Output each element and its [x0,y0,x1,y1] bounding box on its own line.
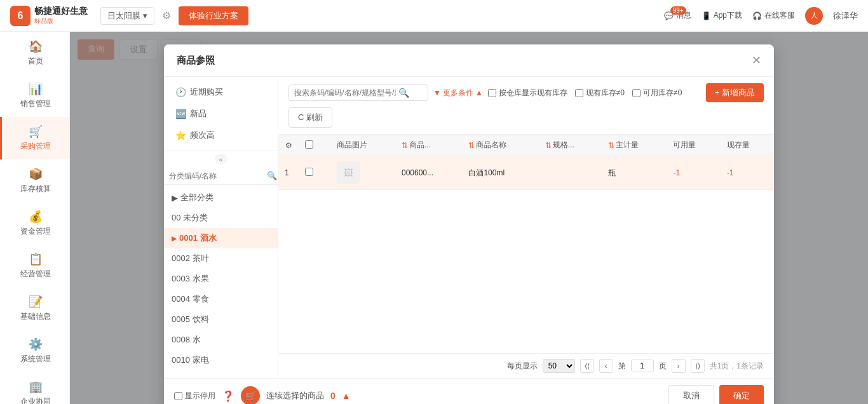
left-tab-frequent[interactable]: ⭐ 频次高 [169,125,273,145]
search-button[interactable]: 🔍 [398,88,409,98]
sort-icon-name: ⇅ [468,141,475,150]
checkbox-stock[interactable]: 现有库存≠0 [575,88,625,98]
sidebar-item-inventory[interactable]: 📦 库存核算 [0,159,69,202]
td-code: 000600... [395,156,462,190]
filter-more-button[interactable]: ▼ 更多条件 ▲ [433,88,483,98]
left-tabs: 🕐 近期购买 🆕 新品 ⭐ 频次高 [164,82,278,151]
app-download-button[interactable]: 📱 App下载 [702,10,742,21]
msg-badge: 99+ [670,6,686,15]
last-page-button[interactable]: ⟩⟩ [691,359,705,373]
th-settings[interactable]: ⚙ [278,135,299,156]
prev-page-button[interactable]: ‹ [599,359,613,373]
modal: 商品参照 ✕ 🕐 近期购买 🆕 [164,44,774,404]
next-page-button[interactable]: › [672,359,686,373]
sidebar-item-business[interactable]: 📋 经营管理 [0,245,69,287]
th-code: ⇅ 商品... [395,135,462,156]
confirm-button[interactable]: 确定 [719,385,764,404]
product-image: 🖼 [337,161,360,184]
cat-tea[interactable]: 0002 茶叶 [164,248,278,269]
footer-actions: 取消 确定 [668,385,764,404]
sidebar-item-finance[interactable]: 💰 资金管理 [0,202,69,245]
selected-label: 连续选择的商品 [266,390,324,401]
nav-selector[interactable]: 日太阳膜 ▾ [100,7,154,25]
cat-fruit[interactable]: 0003 水果 [164,269,278,289]
inventory-icon: 📦 [29,167,43,181]
checkbox-warehouse[interactable]: 按仓库显示现有库存 [488,88,567,98]
username: 徐泽华 [833,10,858,22]
sidebar-item-purchase[interactable]: 🛒 采购管理 [0,117,69,159]
sidebar-item-enterprise[interactable]: 🏢 企业协同 [0,372,69,404]
app-icon: 📱 [702,11,711,20]
chevron-down-icon: ▾ [143,11,147,20]
cat-beverage[interactable]: 0005 饮料 [164,309,278,330]
show-disabled-checkbox[interactable]: 显示停用 [174,391,215,401]
gear-icon[interactable]: ⚙ [162,10,171,22]
msg-button[interactable]: 💬 消息 99+ [664,10,691,21]
th-spec: ⇅ 规格... [539,135,602,156]
cat-expand-icon: ▶ [172,193,178,203]
td-image: 🖼 [330,156,395,190]
th-unit: ⇅ 主计量 [602,135,667,156]
modal-right-panel: 🔍 ▼ 更多条件 ▲ 按仓库显示现有库存 [278,77,774,378]
logo-text: 畅捷通好生意 [34,6,88,17]
sidebar-item-sales[interactable]: 📊 销售管理 [0,74,69,117]
select-all-checkbox[interactable] [305,140,313,149]
refresh-button[interactable]: C 刷新 [288,107,332,128]
modal-close-button[interactable]: ✕ [752,53,761,67]
cat-snack[interactable]: 0004 零食 [164,289,278,309]
sidebar-item-home[interactable]: 🏠 首页 [0,32,69,74]
th-image: 商品图片 [330,135,395,156]
sidebar: 🏠 首页 📊 销售管理 🛒 采购管理 📦 库存核算 💰 资金管理 📋 经营管理 … [0,32,70,404]
cat-appliance[interactable]: 0010 家电 [164,350,278,370]
total-info: 共1页，1条记录 [710,361,764,372]
cat-all[interactable]: ▶ 全部分类 [164,187,278,208]
per-page-select[interactable]: 50 10 20 100 [543,359,575,373]
page-input[interactable] [631,360,654,372]
trial-button[interactable]: 体验行业方案 [179,6,248,25]
headphone-icon: 🎧 [752,11,762,20]
category-search-area: 🔍 [164,167,278,185]
logo-sub: 标品版 [34,17,88,25]
sort-icon-spec: ⇅ [545,141,552,150]
service-button[interactable]: 🎧 在线客服 [752,10,795,21]
checkbox-available[interactable]: 可用库存≠0 [632,88,682,98]
selected-count: 0 [330,391,336,401]
td-unit: 瓶 [602,156,667,190]
sidebar-item-system[interactable]: ⚙️ 系统管理 [0,330,69,372]
table-row[interactable]: 1 🖼 000600... 白酒100ml 瓶 [278,156,774,190]
product-search-input[interactable] [294,88,396,97]
checkbox-group: 按仓库显示现有库存 现有库存≠0 可用库存≠0 [488,88,682,98]
star-icon: ⭐ [175,130,186,140]
filter-icon: ▼ [433,88,441,97]
finance-icon: 💰 [29,210,43,224]
cat-uncategorized[interactable]: 00 未分类 [164,208,278,228]
cancel-button[interactable]: 取消 [668,385,714,404]
category-search-input[interactable] [169,172,264,180]
td-available: -1 [667,156,720,190]
modal-header: 商品参照 ✕ [164,44,774,77]
page-label: 第 [618,361,626,372]
clock-icon: 🕐 [175,87,186,97]
cat-active-icon: ▶ [172,235,177,242]
left-tab-recent[interactable]: 🕐 近期购买 [169,82,273,102]
main-layout: 🏠 首页 📊 销售管理 🛒 采购管理 📦 库存核算 💰 资金管理 📋 经营管理 … [0,32,868,404]
sidebar-item-basic[interactable]: 📝 基础信息 [0,287,69,330]
avatar: 人 [805,7,823,25]
sort-icon-code: ⇅ [402,141,408,150]
cart-icon[interactable]: 🛒 [241,386,260,404]
add-product-button[interactable]: + 新增商品 [706,83,764,102]
search-bar: 🔍 ▼ 更多条件 ▲ 按仓库显示现有库存 [278,77,774,135]
modal-title: 商品参照 [177,55,215,67]
left-tab-new[interactable]: 🆕 新品 [169,104,273,124]
category-search-icon[interactable]: 🔍 [267,171,277,180]
collapse-left-button[interactable]: « [215,154,227,165]
td-num: 1 [278,156,299,190]
logo-area: 6 畅捷通好生意 标品版 [10,6,88,26]
content-area: 查询 设置 刷新 商品参照 ✕ 🕐 [70,32,868,404]
cat-water[interactable]: 0008 水 [164,330,278,350]
purchase-icon: 🛒 [29,125,43,138]
cat-liquor[interactable]: ▶ 0001 酒水 [164,228,278,248]
first-page-button[interactable]: ⟨⟨ [580,359,594,373]
collapse-selected-button[interactable]: ▲ [342,391,351,401]
help-icon[interactable]: ❓ [222,390,234,402]
